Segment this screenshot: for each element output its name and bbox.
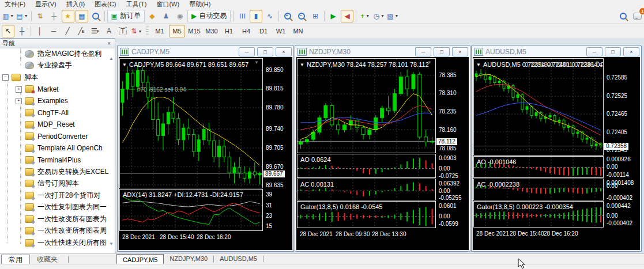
bar-chart-button[interactable]: ☰ — [236, 10, 248, 22]
window-titlebar[interactable]: CADJPY,M5─□× — [118, 46, 293, 57]
nav-item-6[interactable]: MDP_Reset — [0, 119, 115, 131]
menu-item-4[interactable]: 工具(T) — [122, 0, 153, 9]
timeframe-m30-button[interactable]: M30 — [204, 25, 220, 37]
chart-tab-0[interactable]: CADJPY,M5 — [116, 254, 164, 264]
navigator-close-icon[interactable]: × — [106, 40, 112, 47]
tile-windows-button[interactable]: ⊞ — [309, 10, 322, 22]
nav-item-3[interactable]: +Market — [0, 84, 115, 96]
indicator-pane-3[interactable]: Gator(13,8,5) 0.000223 -0.000354 — [473, 201, 604, 228]
nav-item-11[interactable]: 信号订阅脚本 — [0, 178, 115, 190]
window-close-button[interactable]: × — [452, 47, 468, 56]
collapse-icon[interactable]: − — [2, 74, 9, 81]
market-watch-button[interactable]: ⇅ — [34, 10, 47, 22]
window-minimize-button[interactable]: ─ — [239, 47, 255, 56]
crosshair-button[interactable]: ┼ — [16, 25, 28, 37]
indicator-pane-1[interactable]: AO -0.001046 — [473, 156, 604, 178]
nav-item-5[interactable]: ChgTF-All — [0, 107, 115, 119]
menu-item-5[interactable]: 窗口(W) — [153, 0, 186, 9]
vertical-line-button[interactable]: │ — [33, 25, 46, 37]
chart-tab-1[interactable]: NZDJPY,M30 — [164, 254, 213, 263]
nav-item-16[interactable]: 一次性快速关闭所有图 — [0, 237, 115, 249]
time-axis[interactable]: 28 Dec 202128 Dec 09:3028 Dec 13:30 — [297, 229, 436, 240]
nav-item-15[interactable]: 一次性改变所有图表周 — [0, 225, 115, 237]
zoom-in-button[interactable] — [281, 10, 294, 22]
window-close-button[interactable]: × — [623, 47, 639, 56]
nav-item-9[interactable]: Terminal4Plus — [0, 154, 115, 166]
chart-tab-2[interactable]: AUDUSD,M5 — [214, 254, 263, 263]
nav-item-4[interactable]: +Examples — [0, 95, 115, 107]
price-pane[interactable]: ▼AUDUSD,M5 0.72394 0.72401 0.72381 0.723… — [473, 58, 604, 156]
zoom-out-button[interactable] — [295, 10, 308, 22]
timeframe-d1-button[interactable]: D1 — [255, 25, 272, 37]
chart-client-area[interactable]: ▼NZDJPY,M30 78.244 78.257 78.101 78.112▼… — [296, 57, 469, 250]
templates-button[interactable]: ▧▼ — [386, 10, 399, 22]
horizontal-line-button[interactable]: ─ — [47, 25, 60, 37]
channel-button[interactable]: ╱E — [75, 25, 88, 37]
expand-icon[interactable]: + — [16, 86, 22, 93]
scroll-up-icon[interactable]: ▲ — [109, 56, 114, 61]
window-restore-button[interactable]: □ — [434, 47, 450, 56]
line-chart-button[interactable]: ∿ — [263, 10, 276, 22]
nav-item-1[interactable]: 专业操盘手 — [0, 60, 115, 72]
cursor-button[interactable]: ↖ — [2, 25, 14, 37]
nav-item-12[interactable]: 一次打开28个货币对 — [0, 190, 115, 202]
menu-item-1[interactable]: 显示(V) — [32, 0, 63, 9]
timeframe-m5-button[interactable]: M5 — [169, 25, 185, 37]
window-minimize-button[interactable]: ─ — [586, 47, 602, 56]
timeframe-h4-button[interactable]: H4 — [238, 25, 254, 37]
window-titlebar[interactable]: NZDJPY,M30─□× — [295, 46, 470, 57]
arrows-button[interactable]: ⇅▼ — [130, 25, 143, 37]
nav-item-0[interactable]: 指定MAGIC持仓盈利 — [0, 48, 115, 60]
nav-item-10[interactable]: 交易历史转换为EXCEL — [0, 166, 115, 178]
search-button[interactable] — [617, 10, 630, 22]
strategy-tester-button[interactable] — [89, 10, 102, 22]
nav-item-8[interactable]: Template All OpenCh — [0, 142, 115, 154]
fibonacci-button[interactable]: ☰F — [89, 25, 101, 37]
chart-client-area[interactable]: ▼AUDUSD,M5 0.72394 0.72401 0.72381 0.723… — [473, 57, 640, 250]
timeframe-mn-button[interactable]: MN — [290, 25, 306, 37]
candlestick-button[interactable]: ▮ — [250, 10, 262, 22]
timeframe-m15-button[interactable]: M15 — [186, 25, 202, 37]
menu-item-3[interactable]: 图表(C) — [91, 0, 122, 9]
label-button[interactable]: T — [116, 25, 129, 37]
timeframe-h1-button[interactable]: H1 — [221, 25, 237, 37]
window-restore-button[interactable]: □ — [605, 47, 621, 56]
navigator-header[interactable]: 导航 × — [0, 38, 115, 48]
timeframe-m1-button[interactable]: M1 — [152, 25, 168, 37]
terminal-button[interactable]: ▦ — [76, 10, 88, 22]
menu-item-2[interactable]: 插入(I) — [63, 0, 91, 9]
indicator-pane-1[interactable]: ADX(14) 31.8247 +DI:12.4731 -DI:24.9157 — [119, 189, 263, 231]
indicators-button[interactable]: +▼ — [359, 10, 371, 22]
navigator-button[interactable]: ★ — [62, 10, 74, 22]
auto-scroll-button[interactable]: ▶ — [327, 10, 340, 22]
time-axis[interactable]: 28 Dec 202128 Dec 15:4028 Dec 16:20 — [473, 228, 604, 240]
timeframe-w1-button[interactable]: W1 — [273, 25, 289, 37]
time-axis[interactable]: 28 Dec 202128 Dec 15:4028 Dec 16:20 — [119, 232, 263, 243]
price-pane[interactable]: ▼NZDJPY,M30 78.244 78.257 78.101 78.112▼ — [297, 58, 436, 153]
indicator-pane-3[interactable]: Gator(13,8,5) 0.0168 -0.0545 — [297, 201, 436, 228]
indicator-pane-1[interactable]: AO 0.0624 — [297, 154, 436, 178]
text-button[interactable]: A — [103, 25, 115, 37]
chart-shift-button[interactable]: ◀ — [341, 10, 353, 22]
window-titlebar[interactable]: AUDUSD,M5─□× — [472, 46, 641, 57]
trendline-button[interactable]: ╱ — [61, 25, 74, 37]
window-restore-button[interactable]: □ — [257, 47, 273, 56]
metaeditor-button[interactable]: ♟ — [160, 10, 172, 22]
profiles-button[interactable]: ▤▼ — [16, 10, 28, 22]
autotrading-button[interactable]: ▶自动交易 — [187, 10, 231, 22]
signals-button[interactable]: ◉ — [174, 10, 186, 22]
chart-client-area[interactable]: #7069162 sell 0.04▼CADJPY,M5 89.664 89.6… — [119, 57, 292, 250]
nav-tab-1[interactable]: 收藏夹 — [30, 255, 65, 264]
window-close-button[interactable]: × — [276, 47, 292, 56]
nav-item-14[interactable]: 一次性改变所有图表为 — [0, 213, 115, 225]
indicator-pane-2[interactable]: AC 0.00131 — [297, 179, 436, 200]
new-chart-button[interactable]: ▥▼ — [2, 10, 14, 22]
expand-icon[interactable]: + — [16, 98, 22, 104]
indicator-pane-2[interactable]: AC -0.0002238 — [473, 179, 604, 200]
window-minimize-button[interactable]: ─ — [415, 47, 431, 56]
menu-item-0[interactable]: 文件(F) — [1, 0, 32, 9]
data-window-button[interactable]: ┼ — [48, 10, 61, 22]
nav-item-7[interactable]: PeriodConverter — [0, 131, 115, 143]
metaquotes-button[interactable]: ◆ — [146, 10, 159, 22]
scroll-down-icon[interactable]: ▼ — [109, 241, 114, 247]
